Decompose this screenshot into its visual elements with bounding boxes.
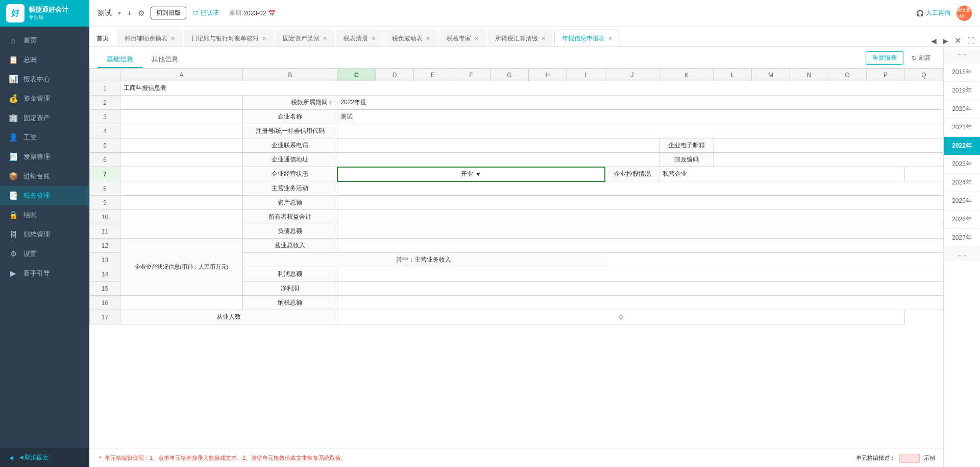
- sidebar-item-invoice[interactable]: 🧾 发票管理: [0, 147, 89, 167]
- cell-13-j[interactable]: [605, 253, 943, 267]
- cell-7-c-dropdown[interactable]: 开业 ▼: [337, 167, 605, 181]
- tab-expand-button[interactable]: ⛶: [965, 36, 976, 45]
- row-num-4: 4: [90, 124, 120, 138]
- cell-2-a[interactable]: [120, 96, 243, 110]
- sidebar-item-close[interactable]: 🔒 结账: [0, 205, 89, 225]
- year-item-2019[interactable]: 2019年: [944, 82, 980, 100]
- calendar-icon[interactable]: 📅: [268, 10, 276, 17]
- refresh-button[interactable]: ↻ 刷新: [908, 52, 935, 64]
- tab-home[interactable]: 首页: [89, 30, 116, 47]
- cell-14-c[interactable]: [337, 267, 943, 282]
- cell-8-c[interactable]: [337, 181, 943, 196]
- business-status-dropdown[interactable]: 开业 ▼: [341, 169, 601, 180]
- cell-11-c[interactable]: [337, 224, 943, 239]
- year-item-2024[interactable]: 2024年: [944, 174, 980, 192]
- topbar-settings-button[interactable]: ⚙: [138, 9, 144, 18]
- sidebar-item-settings[interactable]: ⚙ 设置: [0, 244, 89, 264]
- cell-16-c[interactable]: [337, 296, 943, 310]
- tab-tax-fluctuation[interactable]: 税负波动表 ✕: [384, 30, 438, 47]
- switch-old-version-button[interactable]: 切到旧版: [151, 7, 186, 19]
- sidebar-item-ledger[interactable]: 📋 总账: [0, 50, 89, 69]
- tab-tax-expert[interactable]: 税检专家 ✕: [439, 30, 486, 47]
- cell-8-a[interactable]: [120, 181, 243, 196]
- cell-11-a[interactable]: [120, 224, 243, 239]
- cell-7-a[interactable]: [120, 167, 243, 181]
- cell-6-a[interactable]: [120, 153, 243, 167]
- sidebar-item-tax[interactable]: 📑 税务管理: [0, 186, 89, 205]
- year-item-2026[interactable]: 2026年: [944, 211, 980, 229]
- table-row: 3 企业名称 测试: [90, 110, 943, 124]
- tab-close-income-tax[interactable]: ✕: [541, 36, 546, 41]
- year-item-2020[interactable]: 2020年: [944, 100, 980, 119]
- service-button[interactable]: 🎧 人工咨询: [916, 9, 950, 17]
- year-item-2027[interactable]: 2027年: [944, 229, 980, 247]
- tab-prev-button[interactable]: ◀: [929, 36, 939, 46]
- tab-aux-balance[interactable]: 科目辅助余额表 ✕: [117, 30, 183, 47]
- cell-2-c[interactable]: 2022年度: [337, 96, 943, 110]
- cell-10-a[interactable]: [120, 210, 243, 224]
- subtab-basic[interactable]: 基础信息: [97, 52, 142, 68]
- cell-6-k[interactable]: [714, 153, 943, 167]
- row-num-8: 8: [90, 181, 120, 196]
- year-item-2022[interactable]: 2022年: [944, 137, 980, 155]
- tab-close-tax-expert[interactable]: ✕: [474, 36, 479, 41]
- cell-1-title[interactable]: 工商年报信息表: [120, 81, 943, 96]
- sidebar-item-archive[interactable]: 🗄 归档管理: [0, 225, 89, 244]
- tab-income-tax[interactable]: 所得税汇算清缴 ✕: [487, 30, 553, 47]
- tab-close-journal[interactable]: ✕: [262, 36, 266, 41]
- cell-7-k[interactable]: 私营企业: [659, 167, 905, 181]
- tab-next-button[interactable]: ▶: [941, 36, 950, 46]
- tab-close-annual-report[interactable]: ✕: [608, 36, 612, 41]
- cell-12-c[interactable]: [337, 239, 943, 253]
- year-scroll-down-button[interactable]: ⌄ ⌄: [944, 247, 980, 262]
- wages-icon: 👤: [8, 133, 18, 142]
- topbar-dropdown-icon[interactable]: ▾: [118, 10, 121, 17]
- year-item-2025[interactable]: 2025年: [944, 192, 980, 211]
- tab-close-aux-balance[interactable]: ✕: [170, 36, 175, 41]
- cell-10-c[interactable]: [337, 210, 943, 224]
- sidebar-item-capital[interactable]: 💰 资金管理: [0, 89, 89, 108]
- tab-close-all-button[interactable]: ✕: [952, 35, 963, 46]
- year-item-2023[interactable]: 2023年: [944, 155, 980, 174]
- cell-6-c[interactable]: [337, 153, 659, 167]
- tab-close-tax-fluctuation[interactable]: ✕: [426, 36, 430, 41]
- subtab-other[interactable]: 其他信息: [142, 52, 187, 68]
- sidebar-item-guide[interactable]: ▶ 新手引导: [0, 264, 89, 283]
- sidebar-item-assets[interactable]: 🏢 固定资产: [0, 108, 89, 128]
- cell-9-c[interactable]: [337, 196, 943, 210]
- tab-annual-report[interactable]: 年报信息申报表 ✕: [554, 30, 620, 47]
- topbar-add-button[interactable]: +: [127, 9, 132, 18]
- sidebar-item-purchase[interactable]: 📦 进销台账: [0, 167, 89, 186]
- col-header-a: A: [120, 69, 243, 81]
- cell-17-c[interactable]: 0: [337, 310, 905, 324]
- cell-5-k[interactable]: [714, 138, 943, 153]
- year-item-2021[interactable]: 2021年: [944, 119, 980, 137]
- tab-close-tax-form[interactable]: ✕: [371, 36, 376, 41]
- cell-2-b: 税款所属期间：: [243, 96, 337, 110]
- tab-fixed-assets[interactable]: 固定资产类别 ✕: [275, 30, 335, 47]
- sidebar-item-reports[interactable]: 📊 报表中心: [0, 69, 89, 89]
- sidebar: 好 畅捷通好会计 专业版 ⌂ 首页 📋 总账 📊 报表中心 💰 资金管理 🏢 固…: [0, 0, 89, 467]
- cell-3-c[interactable]: 测试: [337, 110, 943, 124]
- reset-report-button[interactable]: 重置报表: [866, 51, 903, 65]
- cell-5-c[interactable]: [337, 138, 659, 153]
- sidebar-unpin-button[interactable]: ◄ ◄取消固定: [0, 448, 89, 467]
- cell-4-a[interactable]: [120, 124, 243, 138]
- tab-journal[interactable]: 日记账与银行对账单核对 ✕: [184, 30, 274, 47]
- year-scroll-up-button[interactable]: ⌃ ⌃: [944, 49, 980, 63]
- tab-close-fixed-assets[interactable]: ✕: [323, 36, 327, 41]
- cell-9-a[interactable]: [120, 196, 243, 210]
- sidebar-item-home[interactable]: ⌂ 首页: [0, 31, 89, 50]
- chevron-down-icon: ⌄: [957, 251, 962, 258]
- sidebar-item-wages[interactable]: 👤 工资: [0, 128, 89, 147]
- cell-3-a[interactable]: [120, 110, 243, 124]
- cell-15-c[interactable]: [337, 282, 943, 296]
- cell-16-a[interactable]: [120, 296, 243, 310]
- bottom-bar: ＊ 单元格编辑说明：1、点击单元格直接录入数值或文本。2、清空单元格数值或文本恢…: [89, 449, 943, 467]
- user-menu[interactable]: 畅捷通B组…: [957, 6, 972, 21]
- tab-tax-form[interactable]: 税表清册 ✕: [336, 30, 383, 47]
- year-item-2018[interactable]: 2018年: [944, 63, 980, 82]
- cell-4-c[interactable]: [337, 124, 943, 138]
- cell-5-a[interactable]: [120, 138, 243, 153]
- spreadsheet[interactable]: A B C D E F G H I J K L M: [89, 68, 943, 449]
